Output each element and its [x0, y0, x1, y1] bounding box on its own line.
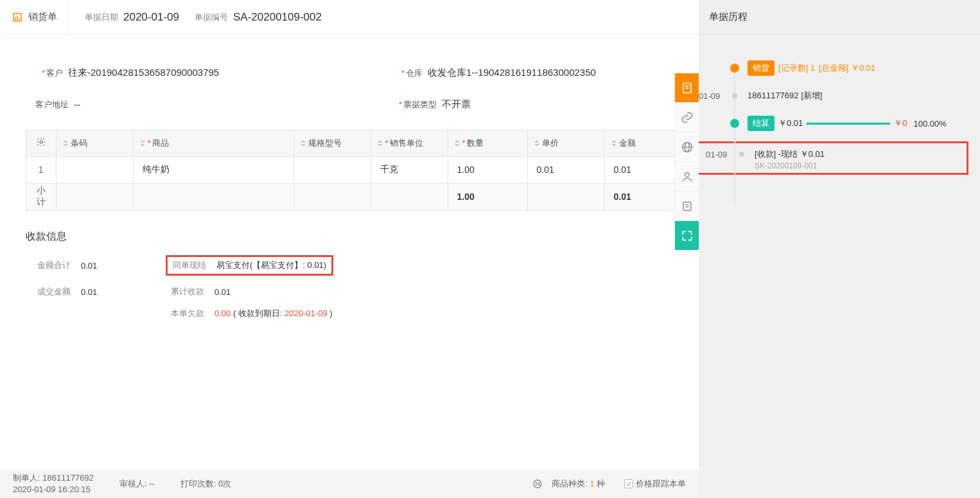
user-icon-button[interactable]	[674, 162, 699, 191]
timeline-dot-teal	[730, 119, 739, 128]
timeline-dot-small	[739, 152, 744, 157]
svg-point-11	[534, 480, 541, 488]
svg-point-10	[40, 141, 42, 143]
receipt-highlight: 01-09 [收款] -现结 ￥0.01 SK-20200109-001	[695, 141, 968, 175]
col-unit[interactable]: *销售单位	[371, 130, 448, 156]
col-price[interactable]: 单价	[527, 130, 604, 156]
settle-badge: 结算	[748, 116, 774, 131]
doc-date-field: 单据日期 2020-01-09	[85, 11, 179, 24]
table-settings-button[interactable]	[26, 130, 56, 156]
tab-title: 销货单	[28, 11, 57, 23]
sales-order-icon	[12, 12, 23, 23]
timeline-settle: 结算 ￥0.01 ￥0 100.00%	[718, 116, 968, 131]
timeline-new-entry: 01-09 18611177692 [新增]	[718, 90, 968, 102]
footer-auditor: 审核人: --	[119, 478, 155, 490]
link-icon-button[interactable]	[674, 103, 699, 132]
receipt-number: SK-20200109-001	[755, 161, 960, 170]
table-row[interactable]: 1 纯牛奶 千克 1.00 0.01 0.01	[26, 156, 680, 183]
timeline-dot-orange	[730, 64, 739, 73]
document-header: 销货单 单据日期 2020-01-09 单据编号 SA-20200109-002	[0, 0, 699, 35]
payment-section: 收款信息 金额合计 0.01 同单现结 易宝支付(【易宝支付】: 0.01) 成…	[26, 230, 681, 319]
product-kind: 商品种类: 1 种	[552, 478, 605, 490]
footer-creator: 制单人: 18611177692 2020-01-09 16:20:15	[13, 472, 94, 495]
col-barcode[interactable]: 条码	[56, 130, 133, 156]
globe-icon-button[interactable]	[674, 132, 699, 162]
customer-field: *客户 往来-201904281536587090003795	[26, 67, 385, 79]
price-track-checkbox[interactable]: ✓ 价格跟踪本单	[624, 478, 686, 490]
footer-print-count: 打印次数: 0次	[180, 478, 231, 490]
payment-title: 收款信息	[26, 230, 681, 244]
col-spec[interactable]: 规格型号	[293, 130, 371, 156]
history-panel: 单据历程 销货 [记录数] 1 [总金额] ￥0.01 01-09 186111…	[699, 0, 980, 498]
doc-number-field: 单据编号 SA-20200109-002	[195, 11, 322, 24]
sale-badge: 销货	[748, 60, 774, 76]
expand-icon-button[interactable]	[674, 221, 699, 251]
note-icon-button[interactable]	[674, 73, 699, 103]
side-toolbar	[674, 73, 699, 251]
barcode-icon	[532, 479, 543, 489]
timeline-sale: 销货 [记录数] 1 [总金额] ￥0.01	[718, 60, 968, 76]
svg-point-6	[685, 172, 689, 177]
footer-bar: 制单人: 18611177692 2020-01-09 16:20:15 审核人…	[0, 470, 699, 498]
col-amount[interactable]: 金额	[604, 130, 680, 156]
document-tab[interactable]: 销货单	[0, 0, 69, 34]
col-qty[interactable]: *数量	[448, 130, 527, 156]
progress-bar	[807, 123, 890, 125]
subtotal-row: 小计 1.00 0.01	[26, 183, 680, 210]
timeline-dot-small	[732, 93, 737, 98]
col-product[interactable]: *商品	[133, 130, 293, 156]
line-items-table: 条码 *商品 规格型号 *销售单位 *数量 单价 金额 1	[26, 130, 681, 211]
receipt-icon-button[interactable]	[674, 191, 699, 221]
history-title: 单据历程	[699, 0, 980, 35]
cash-settle-highlight: 同单现结 易宝支付(【易宝支付】: 0.01)	[166, 255, 333, 276]
address-field: 客户地址 --	[26, 98, 385, 111]
